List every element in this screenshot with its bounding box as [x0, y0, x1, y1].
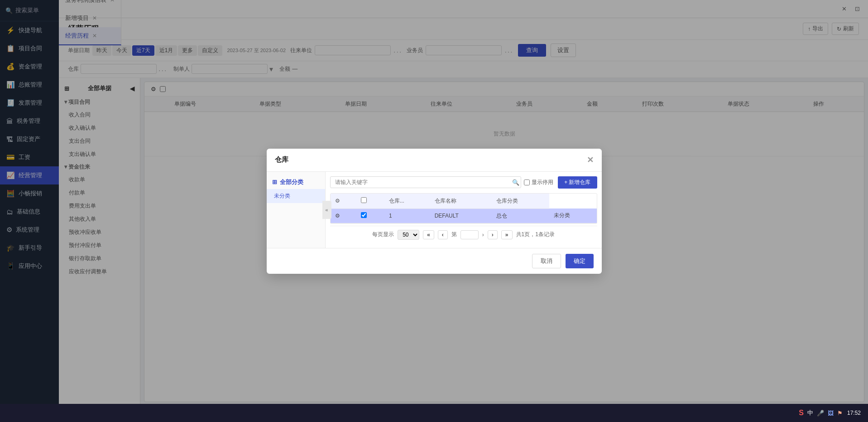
- modal-footer: 取消 确定: [267, 248, 602, 274]
- modal-col-0: ⚙: [331, 194, 357, 209]
- modal-per-page-select[interactable]: 50: [398, 230, 419, 240]
- taskbar: S 中 🎤 🖼 ⚑ 17:52: [0, 404, 868, 422]
- modal-page-next: ›: [482, 232, 484, 238]
- taskbar-img: 🖼: [828, 410, 834, 417]
- modal-per-page-label: 每页显示: [372, 231, 394, 238]
- taskbar-clock: 17:52: [847, 410, 861, 416]
- modal-sidebar-uncategorized[interactable]: 未分类: [267, 189, 325, 203]
- modal-col-3: 仓库名称: [430, 194, 492, 209]
- modal-close-button[interactable]: ✕: [587, 155, 594, 165]
- modal-page-input[interactable]: 1: [460, 230, 479, 239]
- modal-row-code: DEFAULT: [430, 209, 492, 223]
- modal-row-category: 未分类: [549, 209, 597, 223]
- modal-table-area: ⚙仓库...仓库名称仓库分类 ⚙ 1 DEFAULT 总仓 未分类: [330, 193, 597, 224]
- modal-col-4: 仓库分类: [492, 194, 549, 209]
- modal-pagination: 每页显示 50 « ‹ 第 1 › › » 共1页，1条记录: [330, 226, 597, 243]
- show-disabled-label[interactable]: 显示停用: [524, 179, 553, 186]
- modal-overlay: 仓库 ✕ ⊞ 全部分类 « 未分类: [0, 0, 868, 422]
- modal-row-name: 总仓: [492, 209, 549, 223]
- modal-sidebar: ⊞ 全部分类 « 未分类: [267, 172, 326, 248]
- taskbar-s-icon: S: [799, 409, 804, 417]
- add-warehouse-button[interactable]: + 新增仓库: [558, 176, 597, 189]
- modal-col-2: 仓库...: [384, 194, 430, 209]
- warehouse-modal: 仓库 ✕ ⊞ 全部分类 « 未分类: [267, 149, 602, 274]
- modal-header: 仓库 ✕: [267, 149, 602, 172]
- modal-table: ⚙仓库...仓库名称仓库分类 ⚙ 1 DEFAULT 总仓 未分类: [331, 194, 597, 223]
- modal-prev-btn[interactable]: ‹: [438, 230, 448, 239]
- taskbar-dot: 中: [807, 409, 813, 417]
- modal-row-checkbox[interactable]: [356, 209, 384, 223]
- sidebar-collapse-btn[interactable]: «: [322, 201, 331, 219]
- modal-row-settings[interactable]: ⚙: [331, 209, 357, 223]
- modal-col-1: [356, 194, 384, 209]
- modal-sidebar-all[interactable]: ⊞ 全部分类: [267, 175, 325, 189]
- modal-last-btn[interactable]: »: [501, 230, 513, 239]
- modal-next-btn[interactable]: ›: [488, 230, 498, 239]
- taskbar-flag: ⚑: [837, 410, 843, 417]
- modal-title: 仓库: [275, 155, 288, 164]
- modal-search-icon[interactable]: 🔍: [512, 179, 519, 186]
- modal-first-btn[interactable]: «: [423, 230, 434, 239]
- modal-search-bar: 🔍 显示停用 + 新增仓库: [330, 176, 597, 189]
- modal-table-row[interactable]: ⚙ 1 DEFAULT 总仓 未分类: [331, 209, 597, 223]
- cancel-button[interactable]: 取消: [532, 254, 561, 268]
- taskbar-mic: 🎤: [817, 410, 824, 417]
- taskbar-icons: S 中 🎤 🖼 ⚑: [799, 409, 843, 417]
- modal-body: ⊞ 全部分类 « 未分类 🔍 显示停用: [267, 172, 602, 248]
- modal-select-all[interactable]: [361, 197, 367, 203]
- modal-row-id: 1: [384, 209, 430, 223]
- modal-page-label: 第: [451, 231, 457, 238]
- confirm-button[interactable]: 确定: [566, 254, 594, 268]
- modal-total: 共1页，1条记录: [516, 231, 555, 238]
- modal-settings-icon[interactable]: ⚙: [335, 198, 340, 204]
- modal-main: 🔍 显示停用 + 新增仓库 ⚙仓库...仓库名称仓库分类 ⚙ 1 D: [326, 172, 602, 248]
- show-disabled-checkbox[interactable]: [524, 179, 530, 185]
- modal-search-input[interactable]: [330, 176, 522, 188]
- sidebar-all-icon: ⊞: [272, 179, 277, 185]
